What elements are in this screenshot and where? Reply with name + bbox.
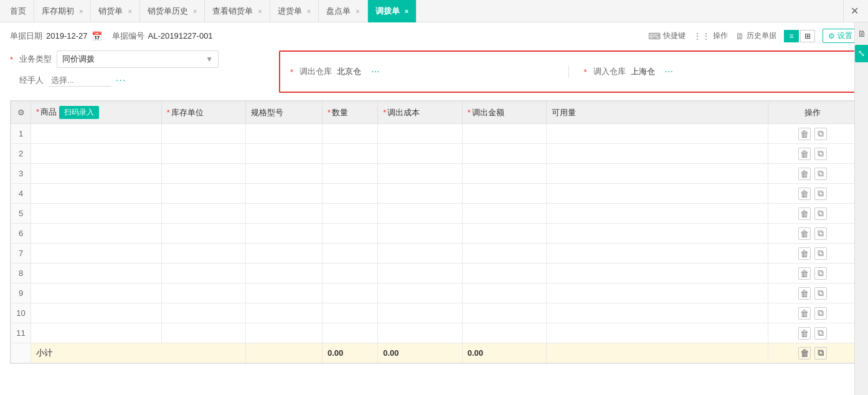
tab-close-transfer-order[interactable]: × bbox=[405, 7, 408, 15]
cell-spec-7[interactable] bbox=[246, 244, 323, 264]
cell-product-8[interactable] bbox=[31, 264, 162, 283]
copy-icon-4[interactable]: ⧉ bbox=[814, 188, 827, 200]
cell-available-2[interactable] bbox=[547, 144, 768, 164]
cell-product-9[interactable] bbox=[31, 283, 162, 303]
cell-cost-1[interactable] bbox=[378, 124, 462, 144]
transfer-in-value[interactable]: 上海仓 bbox=[631, 66, 655, 77]
cell-product-5[interactable] bbox=[31, 204, 162, 224]
cell-product-11[interactable] bbox=[31, 323, 162, 343]
copy-icon-8[interactable]: ⧉ bbox=[814, 267, 827, 280]
cell-available-6[interactable] bbox=[547, 224, 768, 244]
delete-icon-10[interactable]: 🗑 bbox=[798, 307, 811, 320]
cell-product-7[interactable] bbox=[31, 244, 162, 264]
cell-available-3[interactable] bbox=[547, 164, 768, 184]
col-gear[interactable]: ⚙ bbox=[11, 102, 31, 124]
transfer-out-value[interactable]: 北京仓 bbox=[337, 66, 361, 77]
cell-unit-6[interactable] bbox=[161, 224, 245, 244]
cell-amount-11[interactable] bbox=[462, 323, 546, 343]
cell-unit-4[interactable] bbox=[161, 184, 245, 204]
cell-cost-10[interactable] bbox=[378, 303, 462, 323]
cell-qty-4[interactable] bbox=[323, 184, 378, 204]
delete-icon-7[interactable]: 🗑 bbox=[798, 247, 811, 260]
cell-available-7[interactable] bbox=[547, 244, 768, 264]
cell-available-10[interactable] bbox=[547, 303, 768, 323]
cell-amount-1[interactable] bbox=[462, 124, 546, 144]
shortcut-action[interactable]: ⌨ 快捷键 bbox=[648, 31, 686, 41]
cell-unit-5[interactable] bbox=[161, 204, 245, 224]
cell-cost-2[interactable] bbox=[378, 144, 462, 164]
cell-cost-6[interactable] bbox=[378, 224, 462, 244]
cell-cost-9[interactable] bbox=[378, 283, 462, 303]
cell-spec-2[interactable] bbox=[246, 144, 323, 164]
cell-product-10[interactable] bbox=[31, 303, 162, 323]
settings-button[interactable]: ⚙ 设置 bbox=[823, 29, 858, 43]
layout-btn-grid[interactable]: ⊞ bbox=[800, 30, 815, 42]
cell-available-11[interactable] bbox=[547, 323, 768, 343]
cell-available-9[interactable] bbox=[547, 283, 768, 303]
tab-close-sales-order[interactable]: × bbox=[128, 7, 131, 15]
cell-cost-3[interactable] bbox=[378, 164, 462, 184]
cell-available-4[interactable] bbox=[547, 184, 768, 204]
history-action[interactable]: 🗎 历史单据 bbox=[735, 31, 776, 41]
cell-spec-10[interactable] bbox=[246, 303, 323, 323]
delete-icon-6[interactable]: 🗑 bbox=[798, 227, 811, 240]
tab-close-inventory-init[interactable]: × bbox=[79, 7, 83, 15]
cell-spec-4[interactable] bbox=[246, 184, 323, 204]
copy-icon-5[interactable]: ⧉ bbox=[814, 207, 827, 220]
operator-more-btn[interactable]: ··· bbox=[116, 75, 126, 86]
cell-qty-7[interactable] bbox=[323, 244, 378, 264]
transfer-out-more-btn[interactable]: ··· bbox=[371, 66, 379, 77]
copy-icon-9[interactable]: ⧉ bbox=[814, 287, 827, 300]
cell-unit-3[interactable] bbox=[161, 164, 245, 184]
tab-purchase-order[interactable]: 进货单 × bbox=[270, 0, 319, 22]
copy-icon-10[interactable]: ⧉ bbox=[814, 307, 827, 320]
delete-icon-sub[interactable]: 🗑 bbox=[798, 347, 811, 359]
delete-icon-2[interactable]: 🗑 bbox=[798, 148, 811, 160]
operator-input[interactable] bbox=[49, 74, 111, 87]
copy-icon-11[interactable]: ⧉ bbox=[814, 327, 827, 340]
tab-close-view-sales[interactable]: × bbox=[258, 7, 262, 15]
copy-icon-1[interactable]: ⧉ bbox=[814, 128, 827, 140]
cell-spec-3[interactable] bbox=[246, 164, 323, 184]
cell-amount-8[interactable] bbox=[462, 264, 546, 283]
cell-amount-10[interactable] bbox=[462, 303, 546, 323]
delete-icon-5[interactable]: 🗑 bbox=[798, 207, 811, 220]
business-type-select[interactable]: 同价调拨 ▼ bbox=[57, 50, 219, 68]
cell-unit-7[interactable] bbox=[161, 244, 245, 264]
copy-icon-6[interactable]: ⧉ bbox=[814, 227, 827, 240]
cell-amount-7[interactable] bbox=[462, 244, 546, 264]
date-value[interactable]: 2019-12-27 bbox=[46, 31, 88, 40]
cell-cost-5[interactable] bbox=[378, 204, 462, 224]
transfer-in-more-btn[interactable]: ··· bbox=[665, 66, 673, 77]
cell-spec-8[interactable] bbox=[246, 264, 323, 283]
sidebar-doc-icon[interactable]: 🗎 bbox=[856, 27, 868, 40]
tab-inventory-check[interactable]: 盘点单 × bbox=[319, 0, 367, 22]
cell-qty-2[interactable] bbox=[323, 144, 378, 164]
cell-product-6[interactable] bbox=[31, 224, 162, 244]
tab-sales-history[interactable]: 销货单历史 × bbox=[140, 0, 205, 22]
cell-unit-1[interactable] bbox=[161, 124, 245, 144]
layout-btn-list[interactable]: ≡ bbox=[784, 30, 799, 42]
cell-cost-4[interactable] bbox=[378, 184, 462, 204]
cell-spec-5[interactable] bbox=[246, 204, 323, 224]
copy-icon-3[interactable]: ⧉ bbox=[814, 168, 827, 180]
tab-home[interactable]: 首页 bbox=[2, 0, 34, 22]
tab-sales-order[interactable]: 销货单 × bbox=[91, 0, 139, 22]
window-close-button[interactable]: ✕ bbox=[843, 0, 866, 22]
cell-product-3[interactable] bbox=[31, 164, 162, 184]
delete-icon-11[interactable]: 🗑 bbox=[798, 327, 811, 340]
cell-unit-2[interactable] bbox=[161, 144, 245, 164]
cell-qty-6[interactable] bbox=[323, 224, 378, 244]
delete-icon-3[interactable]: 🗑 bbox=[798, 168, 811, 180]
cell-unit-8[interactable] bbox=[161, 264, 245, 283]
cell-cost-11[interactable] bbox=[378, 323, 462, 343]
copy-icon-7[interactable]: ⧉ bbox=[814, 247, 827, 260]
cell-unit-10[interactable] bbox=[161, 303, 245, 323]
cell-qty-5[interactable] bbox=[323, 204, 378, 224]
cell-qty-3[interactable] bbox=[323, 164, 378, 184]
cell-available-1[interactable] bbox=[547, 124, 768, 144]
copy-icon-2[interactable]: ⧉ bbox=[814, 148, 827, 160]
cell-product-2[interactable] bbox=[31, 144, 162, 164]
cell-amount-3[interactable] bbox=[462, 164, 546, 184]
cell-qty-9[interactable] bbox=[323, 283, 378, 303]
